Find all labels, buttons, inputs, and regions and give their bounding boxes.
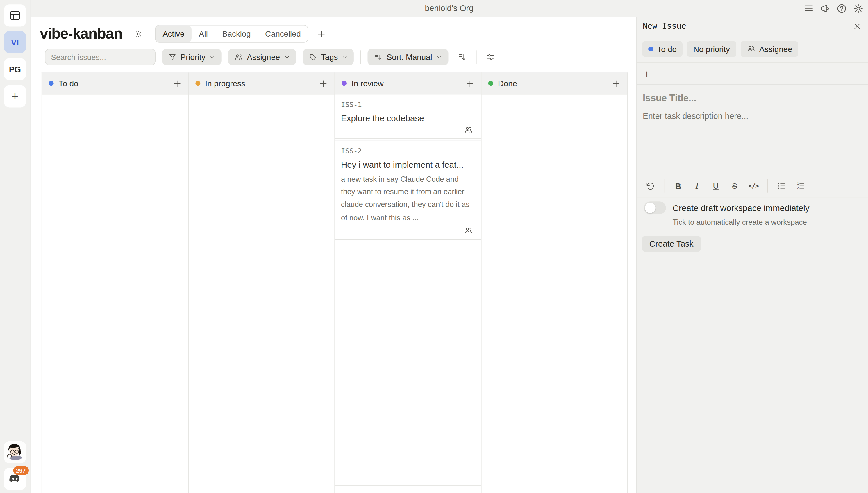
board-settings-icon[interactable] — [134, 30, 143, 38]
board-area: vibe-kanban Active All Backlog Cancelled… — [31, 17, 636, 493]
sort-descending-icon — [457, 52, 467, 62]
chevron-down-icon — [342, 54, 348, 60]
add-property-row: + — [636, 63, 868, 85]
status-chip-label: To do — [657, 44, 677, 53]
tab-all[interactable]: All — [192, 26, 215, 42]
assignee-icon[interactable] — [464, 227, 473, 235]
add-card-button[interactable] — [612, 79, 620, 87]
user-avatar[interactable] — [4, 441, 26, 463]
view-tabs: Active All Backlog Cancelled — [155, 25, 309, 43]
sort-label: Sort: Manual — [387, 52, 432, 61]
projects-nav-button[interactable] — [4, 4, 26, 26]
sort-direction-button[interactable] — [455, 50, 470, 64]
app-window: VI PG + 297 — [0, 0, 868, 493]
tab-active[interactable]: Active — [155, 26, 192, 42]
toolbar-divider — [664, 179, 664, 193]
create-task-button[interactable]: Create Task — [642, 236, 700, 252]
undo-button[interactable] — [645, 179, 655, 193]
issue-card-iss-2[interactable]: ISS-2 Hey i want to implement a feat... … — [335, 141, 481, 240]
workspace-item-pg[interactable]: PG — [4, 58, 26, 80]
plus-icon: + — [12, 89, 18, 103]
tab-cancelled[interactable]: Cancelled — [258, 26, 308, 42]
tag-icon — [309, 53, 317, 61]
search-input[interactable] — [45, 49, 155, 65]
discord-notification-badge: 297 — [13, 466, 28, 475]
sort-icon — [374, 53, 383, 61]
display-options-button[interactable] — [483, 50, 498, 64]
new-issue-panel: New Issue To do No priority Assignee + I… — [636, 17, 868, 493]
assignee-icon[interactable] — [464, 126, 473, 134]
announcements-button[interactable] — [820, 3, 830, 13]
bold-button[interactable]: B — [673, 179, 683, 193]
priority-filter-label: Priority — [180, 52, 205, 61]
column-header: In review — [335, 72, 481, 94]
issue-title-input[interactable]: Issue Title... — [636, 85, 868, 104]
status-dot — [342, 81, 347, 86]
page-title: vibe-kanban — [40, 25, 122, 42]
sliders-icon — [485, 52, 495, 62]
tags-filter-label: Tags — [321, 52, 338, 61]
people-icon — [746, 45, 755, 53]
column-in-progress: In progress — [188, 72, 335, 493]
column-title: In review — [351, 79, 465, 87]
add-card-button[interactable] — [465, 79, 474, 87]
status-chip[interactable]: To do — [642, 41, 683, 57]
tab-backlog[interactable]: Backlog — [215, 26, 258, 42]
issue-card-iss-1[interactable]: ISS-1 Explore the codebase — [335, 95, 481, 139]
filter-divider — [361, 50, 361, 64]
column-title: Done — [498, 79, 612, 87]
svg-text:2: 2 — [797, 186, 799, 190]
tags-filter-button[interactable]: Tags — [303, 49, 354, 65]
toolbar-divider — [767, 179, 768, 193]
column-drop-divider — [335, 486, 481, 486]
numbered-list-button[interactable]: 1 2 — [795, 179, 805, 193]
priority-filter-button[interactable]: Priority — [162, 49, 221, 65]
avatar-illustration — [4, 441, 26, 463]
code-button[interactable]: </> — [748, 179, 758, 193]
add-card-button[interactable] — [319, 79, 328, 87]
issue-description-input[interactable]: Enter task description here... — [636, 104, 868, 121]
menu-button[interactable] — [803, 3, 813, 13]
italic-button[interactable]: I — [692, 179, 702, 193]
column-header: Done — [481, 72, 627, 94]
panel-header: New Issue — [636, 17, 868, 36]
add-card-button[interactable] — [172, 79, 181, 87]
column-done: Done — [481, 72, 628, 493]
close-icon[interactable] — [853, 22, 862, 30]
toggle-label: Create draft workspace immediately — [673, 203, 809, 213]
workspace-item-vi[interactable]: VI — [4, 31, 26, 53]
priority-chip[interactable]: No priority — [687, 41, 736, 57]
help-button[interactable] — [836, 3, 847, 13]
assignee-chip[interactable]: Assignee — [740, 41, 798, 57]
chevron-down-icon — [209, 54, 215, 60]
add-issue-button[interactable] — [317, 29, 326, 38]
toggle-hint: Tick to automatically create a workspace — [673, 218, 864, 227]
underline-button[interactable]: U — [711, 179, 721, 193]
issue-title: Explore the codebase — [341, 113, 474, 123]
bullet-list-button[interactable] — [777, 179, 787, 193]
assignee-filter-label: Assignee — [247, 52, 280, 61]
issue-id: ISS-1 — [341, 100, 474, 109]
kanban-board: To do In progress — [42, 72, 628, 493]
issue-title: Hey i want to implement a feat... — [341, 160, 474, 170]
column-body — [481, 95, 627, 493]
column-title: To do — [59, 79, 172, 87]
add-workspace-button[interactable]: + — [4, 85, 26, 107]
column-body — [42, 95, 188, 493]
left-rail: VI PG + 297 — [0, 0, 31, 493]
status-dot — [195, 81, 200, 86]
column-header: To do — [42, 72, 188, 94]
strikethrough-button[interactable]: S — [730, 179, 739, 193]
filter-bar: Priority Assignee Tags Sort: Manual — [45, 49, 497, 65]
priority-chip-label: No priority — [693, 44, 730, 53]
sort-button[interactable]: Sort: Manual — [368, 49, 448, 65]
issue-description: a new task in say Claude Code and they w… — [341, 173, 474, 224]
assignee-filter-button[interactable]: Assignee — [228, 49, 296, 65]
filter-divider — [476, 50, 476, 64]
create-workspace-toggle[interactable] — [644, 201, 666, 214]
settings-button[interactable] — [853, 3, 864, 13]
column-header: In progress — [188, 72, 334, 94]
assignee-chip-label: Assignee — [759, 44, 793, 53]
column-todo: To do — [42, 72, 189, 493]
add-property-button[interactable]: + — [644, 68, 650, 79]
